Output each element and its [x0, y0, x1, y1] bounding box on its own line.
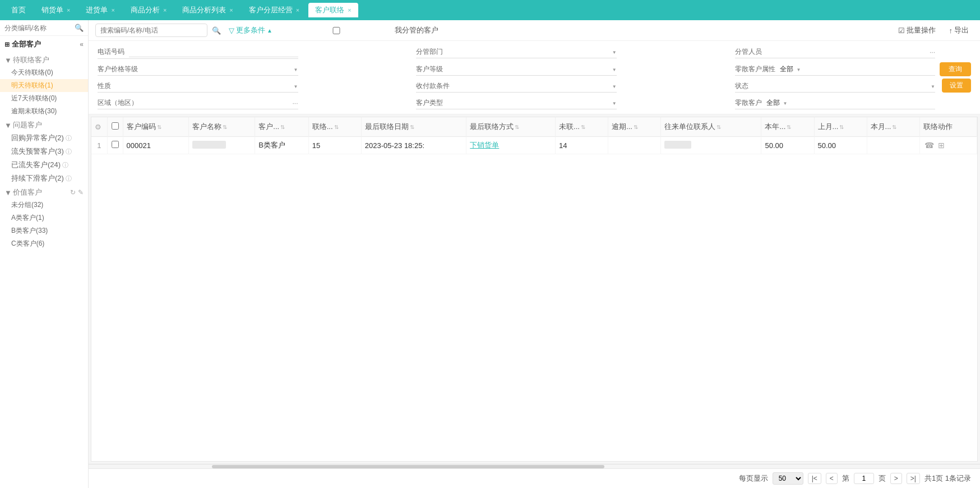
dept-label: 分管部门: [416, 47, 447, 57]
edit-icon[interactable]: ✎: [78, 188, 84, 196]
sidebar-item-tomorrow-contact[interactable]: 明天待联络(1): [0, 79, 88, 92]
chevron-up-icon: ▲: [267, 27, 272, 34]
field-customer-type: 客户类型: [416, 97, 617, 109]
nav-item-salesorder[interactable]: 销货单 ×: [35, 3, 77, 17]
page-number-input[interactable]: [854, 473, 874, 484]
nav-home[interactable]: 首页: [4, 3, 33, 17]
per-page-select[interactable]: 50 20 100: [773, 472, 803, 485]
help-icon: ⓘ: [66, 148, 72, 155]
field-nature: 性质: [98, 80, 298, 93]
sidebar-item-class-b[interactable]: B类客户(33): [0, 224, 88, 237]
manager-more-icon[interactable]: ···: [930, 48, 935, 56]
last-page-btn[interactable]: >|: [907, 473, 920, 484]
prev-page-btn[interactable]: <: [826, 473, 838, 484]
export-icon: ↑: [949, 26, 953, 35]
this-year-cell: 50.00: [761, 137, 814, 154]
customer-level-label: 客户等级: [416, 65, 447, 74]
nav-item-product-analysis-list[interactable]: 商品分析列表 ×: [175, 3, 239, 17]
row-checkbox-cell[interactable]: [107, 137, 123, 154]
th-last-month[interactable]: 上月... ⇅: [814, 117, 867, 137]
first-page-btn[interactable]: |<: [808, 473, 821, 484]
sidebar-item-declining[interactable]: 持续下滑客户(2) ⓘ: [0, 172, 88, 185]
settings-icon[interactable]: ⚙: [95, 123, 101, 131]
all-customers-header[interactable]: ⊞ 全部客户 «: [0, 36, 88, 53]
th-customer-name[interactable]: 客户名称 ⇅: [189, 117, 255, 137]
region-more-icon[interactable]: ···: [292, 99, 298, 107]
close-icon[interactable]: ×: [296, 7, 299, 13]
total-label: 共1页 1条记录: [924, 473, 971, 484]
phone-label: 电话号码: [98, 47, 129, 57]
page-label: 第: [842, 473, 849, 484]
th-customer-type[interactable]: 客户... ⇅: [255, 117, 308, 137]
th-last-way[interactable]: 最后联络方式 ⇅: [466, 117, 556, 137]
sidebar-item-churn-warning[interactable]: 流失预警客户(3) ⓘ: [0, 145, 88, 158]
th-overdue[interactable]: 逾期... ⇅: [608, 117, 661, 137]
sidebar-item-class-a[interactable]: A类客户(1): [0, 211, 88, 224]
nav-item-product-analysis[interactable]: 商品分析 ×: [124, 3, 173, 17]
th-gear[interactable]: ⚙: [91, 117, 107, 137]
close-icon[interactable]: ×: [163, 7, 167, 13]
contact-action-cell[interactable]: ☎ ⊞: [919, 137, 977, 154]
last-way-cell[interactable]: 下销货单: [466, 137, 556, 154]
nav-item-customer-contact[interactable]: 客户联络 ×: [308, 3, 358, 17]
search-input[interactable]: [95, 24, 207, 37]
th-checkbox[interactable]: [107, 117, 123, 137]
row-checkbox[interactable]: [112, 141, 119, 148]
price-level-arrow-icon: [293, 66, 298, 72]
th-not-contact[interactable]: 未联... ⇅: [556, 117, 608, 137]
batch-op-btn[interactable]: ☑ 批量操作: [894, 24, 940, 37]
field-region: 区域（地区） ···: [98, 97, 298, 109]
th-this-year[interactable]: 本年... ⇅: [761, 117, 814, 137]
contact-call-icon[interactable]: ☎: [923, 141, 935, 150]
contact-more-icon[interactable]: ⊞: [937, 141, 946, 150]
th-this-month[interactable]: 本月... ⇅: [867, 117, 919, 137]
last-month-cell: 50.00: [814, 137, 867, 154]
close-icon[interactable]: ×: [348, 7, 351, 13]
refresh-icon[interactable]: ↻: [70, 188, 76, 196]
scatter-customer-arrow-icon: [782, 100, 788, 106]
customer-name-masked: [192, 141, 226, 149]
close-icon[interactable]: ×: [67, 7, 70, 13]
close-icon[interactable]: ×: [111, 7, 114, 13]
filter-row-2: 客户价格等级 客户等级 零散客户属性 全: [98, 63, 935, 76]
query-button[interactable]: 查询: [940, 62, 971, 76]
search-icon[interactable]: 🔍: [212, 26, 221, 35]
sidebar-item-overdue-contact[interactable]: 逾期未联络(30): [0, 105, 88, 118]
export-btn[interactable]: ↑ 导出: [945, 24, 974, 37]
horizontal-scrollbar[interactable]: [89, 464, 980, 468]
th-contacts[interactable]: 联络... ⇅: [308, 117, 361, 137]
scroll-thumb[interactable]: [212, 465, 604, 468]
sidebar-item-today-contact[interactable]: 今天待联络(0): [0, 66, 88, 79]
more-conditions-btn[interactable]: ▽ 更多条件 ▲: [225, 24, 276, 37]
contact-person-masked: [664, 141, 691, 149]
sidebar-item-week-contact[interactable]: 近7天待联络(0): [0, 92, 88, 105]
collapse-icon[interactable]: «: [80, 40, 84, 48]
filter-icon: ▽: [229, 26, 234, 35]
th-last-date[interactable]: 最后联络日期 ⇅: [361, 117, 466, 137]
close-icon[interactable]: ×: [229, 7, 233, 13]
section-title-pending: ▼ 待联络客户: [0, 53, 88, 66]
customer-type-arrow-icon: [611, 100, 617, 106]
sidebar-item-abnormal-repurchase[interactable]: 回购异常客户(2) ⓘ: [0, 131, 88, 145]
my-customers-checkbox[interactable]: [280, 27, 392, 34]
nav-item-customer-segment[interactable]: 客户分层经营 ×: [242, 3, 306, 17]
my-customers-checkbox-label[interactable]: 我分管的客户: [280, 25, 438, 35]
help-icon: ⓘ: [62, 162, 68, 168]
sidebar-search-icon[interactable]: 🔍: [75, 24, 84, 32]
th-contact-person[interactable]: 往来单位联系人 ⇅: [661, 117, 761, 137]
last-way-link[interactable]: 下销货单: [470, 141, 499, 149]
select-all-checkbox[interactable]: [112, 122, 119, 130]
contact-person-cell: [661, 137, 761, 154]
phone-input[interactable]: [129, 47, 298, 57]
customer-table: ⚙ 客户编码 ⇅ 客户名称: [91, 117, 977, 154]
th-customer-code[interactable]: 客户编码 ⇅: [123, 117, 189, 137]
sidebar-item-churned[interactable]: 已流失客户(24) ⓘ: [0, 158, 88, 172]
sidebar-search-input[interactable]: [4, 24, 72, 32]
next-page-btn[interactable]: >: [890, 473, 902, 484]
nav-item-purchaseorder[interactable]: 进货单 ×: [79, 3, 121, 17]
table-header-row: ⚙ 客户编码 ⇅ 客户名称: [91, 117, 977, 137]
sidebar-item-class-c[interactable]: C类客户(6): [0, 237, 88, 250]
sidebar-item-ungroup[interactable]: 未分组(32): [0, 199, 88, 211]
setting-button[interactable]: 设置: [942, 79, 971, 93]
sort-icon: ⇅: [787, 124, 791, 130]
